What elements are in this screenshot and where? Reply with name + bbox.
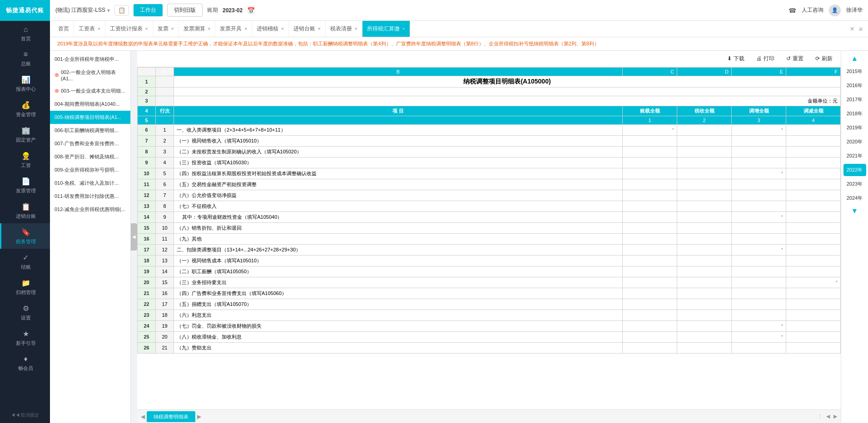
scroll-right-icon-2[interactable]: ▶ xyxy=(833,413,837,419)
header-row-1: 4 行次 项 目 账载全额 税收全额 调增全额 调减全额 xyxy=(138,106,841,116)
unpin-button[interactable]: ◀◀ 取消固定 xyxy=(0,408,50,423)
tab-label: 进销稽核 xyxy=(257,25,278,33)
sidebar-item-member[interactable]: ♦ 畅会员 xyxy=(0,350,50,375)
sheet-tab-tax-adjust[interactable]: 纳税调整明细表 xyxy=(147,411,195,422)
sheet-area[interactable]: A B C D E F 1 纳税调整项目明细表(A1 xyxy=(137,67,841,410)
left-panel-item-001[interactable]: 001-企业所得税年度纳税申... xyxy=(50,53,130,66)
sidebar-item-label: 畅会员 xyxy=(18,365,33,372)
sidebar: 畅捷通易代账 ⌂ 首页 ≡ 总账 📊 报表中心 💰 资金管理 🏢 固定资产 👷 … xyxy=(0,0,50,423)
year-2024[interactable]: 2024年 xyxy=(843,192,866,204)
year-2016[interactable]: 2016年 xyxy=(843,79,866,92)
calendar-icon[interactable]: 📅 xyxy=(247,7,255,14)
left-panel-item-004[interactable]: 004-期间费用明细表(A1040... xyxy=(50,98,130,111)
chevron-down-icon: ▾ xyxy=(107,7,110,14)
table-row: 8 3 （二）未按权责发生制原则确认的收入（填写A105020） xyxy=(138,146,841,157)
sidebar-item-purchase-sales[interactable]: 📋 进销台账 xyxy=(0,198,50,223)
left-panel-item-003[interactable]: ⊗ 003-一般企业成本支出明细... xyxy=(50,84,130,98)
tab-salary-stats[interactable]: 工资统计报表 × xyxy=(105,21,153,37)
left-panel-item-002[interactable]: ⊗ 002-一般企业收入明细表(A1... xyxy=(50,66,130,84)
scroll-left-icon[interactable]: ◀ xyxy=(141,413,145,420)
year-2019[interactable]: 2019年 xyxy=(843,122,866,134)
year-2023[interactable]: 2023年 xyxy=(843,178,866,190)
tab-close-icon[interactable]: × xyxy=(171,26,174,31)
sidebar-item-close-account[interactable]: ✓ 结账 xyxy=(0,249,50,274)
year-2018[interactable]: 2018年 xyxy=(843,108,866,120)
year-2022[interactable]: 2022年 xyxy=(843,164,866,176)
item-label: 003-一般企业成本支出明细... xyxy=(61,88,125,94)
collapse-panel-button[interactable]: ◀ xyxy=(131,223,137,251)
sidebar-item-finance[interactable]: 💰 资金管理 xyxy=(0,96,50,122)
middle-area: ⬇ 下载 🖨 打印 ↺ 重置 ⟳ 刷新 xyxy=(137,51,841,423)
service-label[interactable]: 人工咨询 xyxy=(802,6,823,14)
tab-close-icon[interactable]: × xyxy=(355,26,357,31)
tab-home[interactable]: 首页 xyxy=(54,21,74,37)
year-scroll-down-button[interactable]: ▼ xyxy=(849,205,860,217)
left-panel-item-008[interactable]: 008-资产折旧、摊销及纳税... xyxy=(50,150,130,163)
sidebar-item-assets[interactable]: 🏢 固定资产 xyxy=(0,122,50,147)
tab-close-icon[interactable]: × xyxy=(318,26,321,31)
year-2015[interactable]: 2015年 xyxy=(843,65,866,78)
close-all-tabs-button[interactable]: × xyxy=(847,25,857,33)
sidebar-item-home[interactable]: ⌂ 首页 xyxy=(0,21,50,46)
left-panel-item-009[interactable]: 009-企业所得税弥补亏损明... xyxy=(50,163,130,177)
topbar: (物流) 江西股室-LSS ▾ 📋 工作台 切到旧版 账期 2023-02 📅 … xyxy=(50,0,868,21)
sidebar-item-archive[interactable]: 📁 归档管理 xyxy=(0,274,50,300)
tax-icon: 🔖 xyxy=(21,228,30,236)
sidebar-item-label: 报表中心 xyxy=(16,86,36,93)
tab-invoice-open[interactable]: 发票开具 × xyxy=(215,21,252,37)
left-panel-item-005[interactable]: 005-纳税调整项目明细表(A1... xyxy=(50,111,130,124)
right-year-panel: ▲ 2015年 2016年 2017年 2018年 2019年 2020年 20… xyxy=(841,51,868,423)
tab-close-icon[interactable]: × xyxy=(98,26,100,31)
sidebar-item-ledger[interactable]: ≡ 总账 xyxy=(0,46,50,71)
left-panel-item-011[interactable]: 011-研发费用加计扣除优惠... xyxy=(50,190,130,203)
year-2017[interactable]: 2017年 xyxy=(843,93,866,106)
tab-salary[interactable]: 工资表 × xyxy=(74,21,105,37)
item-label: 006-职工薪酬纳税调整明细... xyxy=(55,127,119,134)
print-button[interactable]: 🖨 打印 xyxy=(754,54,777,64)
left-panel-item-010[interactable]: 010-免税、减计收入及加计... xyxy=(50,177,130,190)
year-2020[interactable]: 2020年 xyxy=(843,136,866,148)
refresh-button[interactable]: ⟳ 刷新 xyxy=(813,54,835,64)
col-header-b: B xyxy=(174,67,623,76)
sidebar-item-salary[interactable]: 👷 工资 xyxy=(0,147,50,172)
error-icon: ⊗ xyxy=(55,72,59,78)
sidebar-item-guide[interactable]: ★ 新手引导 xyxy=(0,325,50,350)
tab-income-tax[interactable]: 所得税汇算缴 × xyxy=(362,21,410,37)
tab-label: 税表清册 xyxy=(330,25,352,33)
copy-button[interactable]: 📋 xyxy=(114,5,129,15)
left-panel-item-007[interactable]: 007-广告费和业务宣传费跨... xyxy=(50,137,130,150)
tab-label: 首页 xyxy=(58,25,69,33)
ledger-icon: ≡ xyxy=(24,50,28,59)
tab-close-icon[interactable]: × xyxy=(244,26,247,31)
scroll-left-icon-2[interactable]: ◀ xyxy=(826,413,830,419)
left-panel-item-006[interactable]: 006-职工薪酬纳税调整明细... xyxy=(50,124,130,137)
sidebar-item-invoice[interactable]: 📄 发票管理 xyxy=(0,172,50,198)
reset-button[interactable]: ↺ 重置 xyxy=(784,54,806,64)
worktable-button[interactable]: 工作台 xyxy=(134,4,163,16)
tab-invoice-calc[interactable]: 发票测算 × xyxy=(179,21,216,37)
tab-close-icon[interactable]: × xyxy=(145,26,148,31)
tab-close-icon[interactable]: × xyxy=(208,26,211,31)
sheet-options-icon[interactable]: ⋮ xyxy=(818,413,823,419)
year-scroll-up-button[interactable]: ▲ xyxy=(849,53,860,64)
scroll-right-icon[interactable]: ▶ xyxy=(197,413,201,420)
download-button[interactable]: ⬇ 下载 xyxy=(724,54,747,64)
tab-tax-return[interactable]: 税表清册 × xyxy=(326,21,362,37)
sidebar-item-tax[interactable]: 🔖 税务管理 xyxy=(0,223,50,249)
tabbar-menu-icon[interactable]: ≡ xyxy=(857,25,864,33)
settings-icon: ⚙ xyxy=(23,304,29,313)
sidebar-item-label: 税务管理 xyxy=(16,238,36,245)
tab-purchase-sales-ledger[interactable]: 进销台账 × xyxy=(289,21,326,37)
switch-old-button[interactable]: 切到旧版 xyxy=(167,4,203,17)
tab-invoice[interactable]: 发票 × xyxy=(153,21,179,37)
sheet-tab-bar: ◀ 纳税调整明细表 ▶ ⋮ ◀ ▶ xyxy=(137,409,841,423)
sidebar-item-label: 首页 xyxy=(21,35,31,42)
tab-close-icon[interactable]: × xyxy=(402,26,405,31)
sidebar-item-settings[interactable]: ⚙ 设置 xyxy=(0,300,50,325)
item-label: 004-期间费用明细表(A1040... xyxy=(55,101,120,108)
tab-stock-check[interactable]: 进销稽核 × xyxy=(252,21,289,37)
left-panel-item-012[interactable]: 012-减免企业所得税优惠明细(... xyxy=(50,203,130,216)
sidebar-item-reports[interactable]: 📊 报表中心 xyxy=(0,71,50,96)
year-2021[interactable]: 2021年 xyxy=(843,150,866,162)
tab-close-icon[interactable]: × xyxy=(281,26,284,31)
